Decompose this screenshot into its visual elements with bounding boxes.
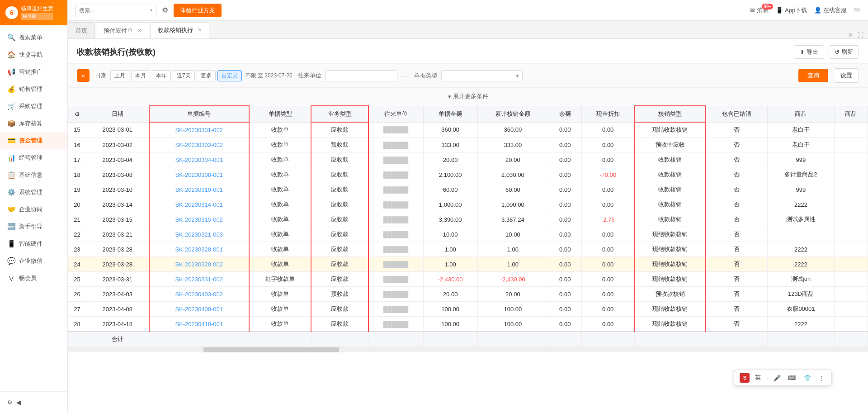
sidebar-item-finance-label: 资金管理 [19,137,42,145]
filter-toggle-button[interactable]: » [77,69,90,82]
cell-order-no[interactable]: SK-20230308-001 [149,167,249,182]
page-header: 收款核销执行(按收款) ⬆ 导出 ↺ 刷新 [68,39,868,64]
sidebar-settings-btn[interactable]: ⚙ ◀ [0,395,67,409]
ime-keyboard-btn[interactable]: ⌨ [786,374,798,382]
order-no-link[interactable]: SK-20230328-001 [175,246,223,253]
tab-home[interactable]: 首页 [68,22,95,38]
tab-receipt-close[interactable]: ✕ [198,27,202,33]
topbar-solution-button[interactable]: 体验行业方案 [174,4,222,17]
cell-order-no[interactable]: SK-20230403-002 [149,287,249,302]
cell-order-no[interactable]: SK-20230328-001 [149,242,249,257]
filter-date-last-month[interactable]: 上月 [110,70,129,81]
filter-type-group: 单据类型 [414,70,793,81]
cell-idx: 24 [68,257,86,272]
cell-order-no[interactable]: SK-20230314-001 [149,197,249,212]
topbar-gear-icon[interactable]: ⚙ [162,6,168,14]
order-no-link[interactable]: SK-20230304-001 [175,157,223,163]
topbar-search-input[interactable] [79,7,147,14]
ime-mic-btn[interactable]: 🎤 [772,374,783,382]
cell-order-type: 收款单 [249,257,311,272]
cell-order-no[interactable]: SK-20230304-001 [149,152,249,167]
tab-prepay-close[interactable]: ✕ [137,28,142,33]
th-cash-discount: 现金折扣 [582,106,634,122]
cell-order-no[interactable]: SK-20230315-002 [149,212,249,227]
filter-date-custom[interactable]: 自定义 [217,70,242,81]
filter-date-this-year[interactable]: 本年 [152,70,171,81]
sidebar-item-sales[interactable]: 💰 销售管理 [0,81,67,98]
home-icon: 🏠 [7,51,15,59]
cell-order-type: 收款单 [249,167,311,182]
ime-lang-btn[interactable]: 英 [753,373,763,383]
tab-receipt[interactable]: 收款核销执行 ✕ [150,22,209,38]
cell-product: 2222 [768,317,834,332]
cell-order-no[interactable]: SK-20230310-001 [149,182,249,197]
export-button[interactable]: ⬆ 导出 [794,45,824,59]
topbar-app-download[interactable]: 📱 App下载 [776,6,807,14]
refresh-button[interactable]: ↺ 刷新 [829,45,859,59]
order-no-link[interactable]: SK-20230328-002 [175,261,223,268]
order-no-link[interactable]: SK-20230315-002 [175,216,223,223]
cell-order-no[interactable]: SK-20230301-002 [149,122,249,138]
footer-cell-2 [149,332,249,347]
sidebar-item-operation[interactable]: 📊 经营管理 [0,149,67,166]
sidebar-collapse-btn[interactable]: ◀ [16,399,21,406]
cell-balance: 0.00 [548,152,582,167]
order-no-link[interactable]: SK-20230308-001 [175,171,223,178]
sidebar-item-purchase[interactable]: 🛒 采购管理 [0,98,67,115]
tab-prepay[interactable]: 预付应付单 ✕ [96,22,149,38]
cell-order-no[interactable]: SK-20230302-002 [149,138,249,152]
cell-order-type: 收款单 [249,122,311,138]
cell-order-no[interactable]: SK-20230408-001 [149,302,249,317]
sidebar-item-collab[interactable]: 🤝 企业协同 [0,201,67,218]
ime-skin-btn[interactable]: 👕 [802,374,813,382]
order-no-link[interactable]: SK-20230408-001 [175,306,223,313]
scrollbar-thumb[interactable] [203,347,339,352]
th-order-no: 单据编号 [149,106,249,122]
order-no-link[interactable]: SK-20230302-002 [175,142,223,148]
cell-order-no[interactable]: SK-20230321-003 [149,227,249,242]
order-no-link[interactable]: SK-20230418-001 [175,321,223,328]
cell-date: 2023-03-08 [86,167,149,182]
sidebar-item-hardware[interactable]: 📱 智能硬件 [0,235,67,252]
horizontal-scrollbar[interactable] [68,347,868,352]
tab-expand-icon[interactable]: ⛶ [858,32,863,38]
order-no-link[interactable]: SK-20230403-002 [175,291,223,298]
setting-button[interactable]: 设置 [834,68,859,83]
tab-close-all-icon[interactable]: ✕ [848,32,853,38]
filter-unit-input[interactable] [325,70,397,81]
filter-toggle-icon: » [81,72,85,79]
sidebar-item-finance[interactable]: 💳 资金管理 [0,132,67,149]
th-balance: 余额 [548,106,582,122]
sidebar-item-basic[interactable]: 📋 基础信息 [0,166,67,184]
order-no-link[interactable]: SK-20230331-002 [175,276,223,283]
filter-unit-more-icon[interactable]: ··· [401,72,409,79]
sidebar-item-wechat[interactable]: 💬 企业微信 [0,252,67,270]
sidebar-item-marketing[interactable]: 📢 营销推广 [0,63,67,81]
query-button[interactable]: 查询 [798,69,828,82]
filter-date-more[interactable]: 更多 [197,70,216,81]
sidebar-item-inventory[interactable]: 📦 库存核算 [0,115,67,132]
topbar-customer-service[interactable]: 👤 在线客服 [814,6,847,14]
order-no-link[interactable]: SK-20230321-003 [175,231,223,238]
order-no-link[interactable]: SK-20230310-001 [175,186,223,193]
sidebar-item-shortcut[interactable]: 🏠 快捷导航 [0,46,67,63]
order-no-link[interactable]: SK-20230301-002 [175,127,223,133]
sidebar-bottom: ⚙ ◀ [0,391,67,413]
cell-order-no[interactable]: SK-20230418-001 [149,317,249,332]
sidebar-item-guide[interactable]: 🆕 新手引导 [0,218,67,235]
cell-product: 老白干 [768,138,834,152]
filter-type-select[interactable] [441,70,523,81]
sidebar-item-system[interactable]: ⚙️ 系统管理 [0,184,67,201]
filter-date-this-month[interactable]: 本月 [131,70,150,81]
cell-order-no[interactable]: SK-20230331-002 [149,272,249,287]
filter-date-7days[interactable]: 近7天 [173,70,195,81]
filter-expand-conditions[interactable]: ▾ 展开更多条件 [444,90,492,102]
order-no-link[interactable]: SK-20230314-001 [175,201,223,208]
cell-include-cleared: 否 [706,122,768,138]
ime-more-btn[interactable]: ⋮ [816,374,826,382]
topbar-messages[interactable]: ✉ 消息 99+ [750,6,769,14]
cell-product [768,227,834,242]
sidebar-item-search[interactable]: 🔍 搜索菜单 [0,29,67,46]
sidebar-item-member[interactable]: V 畅会员 [0,270,67,287]
cell-order-no[interactable]: SK-20230328-002 [149,257,249,272]
